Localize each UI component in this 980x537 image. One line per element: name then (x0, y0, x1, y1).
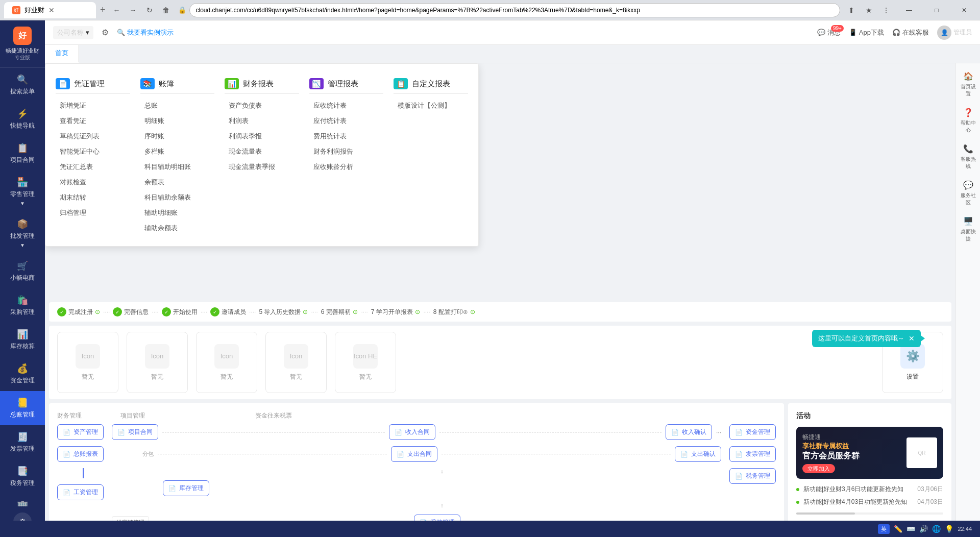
flow-node-asset-mgmt[interactable]: 📄 资产管理 (57, 424, 104, 440)
menu-item-period-close[interactable]: 期末结转 (56, 190, 130, 205)
flow-node-expense-confirm[interactable]: 📄 支出确认 (675, 446, 721, 462)
aside-help-center[interactable]: ❓ 帮助中心 (958, 104, 978, 138)
news-text-2[interactable]: 新功能|好业财4月03日功能更新抢先知 (803, 498, 913, 506)
taskbar-icon-1[interactable]: ✏️ (894, 525, 902, 533)
taskbar-lang-zh[interactable]: 英 (878, 524, 890, 534)
taskbar-icon-3[interactable]: 🔊 (919, 525, 928, 533)
taskbar-icon-2[interactable]: ⌨️ (906, 525, 915, 533)
menu-item-draft-voucher[interactable]: 草稿凭证列表 (56, 129, 130, 144)
new-tab-button[interactable]: + (100, 5, 106, 15)
address-bar[interactable] (189, 3, 840, 17)
tooltip-close-button[interactable]: ✕ (909, 334, 915, 343)
menu-item-template-design[interactable]: 模版设计【公测】 (394, 98, 468, 113)
delete-button[interactable]: 🗑 (159, 3, 173, 17)
sidebar-item-capital[interactable]: 💰 资金管理 (0, 357, 45, 391)
menu-item-cashflow[interactable]: 现金流量表 (225, 144, 299, 159)
icon-card-label-settings: 设置 (906, 373, 919, 381)
menu-item-smart-voucher[interactable]: 智能凭证中心 (56, 144, 130, 159)
taskbar-icon-4[interactable]: 🌐 (932, 525, 941, 533)
user-profile-button[interactable]: 👤 管理员 (937, 26, 972, 40)
sidebar-item-search[interactable]: 🔍 搜索菜单 (0, 68, 45, 102)
more-button[interactable]: ⋮ (879, 3, 893, 17)
icon-card-3[interactable]: Icon 暂无 (196, 332, 257, 393)
sidebar-item-ecommerce[interactable]: 🛒 小畅电商 (0, 254, 45, 288)
sidebar-item-purchase[interactable]: 🛍️ 采购管理 (0, 288, 45, 323)
aside-customer-service[interactable]: 📞 客服热线 (958, 140, 978, 174)
menu-item-profit-report[interactable]: 财务利润报告 (309, 144, 384, 159)
menu-item-aux-balance[interactable]: 辅助余额表 (140, 221, 215, 236)
app-download-button[interactable]: 📱 App下载 (849, 28, 884, 37)
news-text-1[interactable]: 新功能|好业财3月6日功能更新抢先知 (803, 485, 913, 494)
forward-button[interactable]: → (126, 3, 140, 17)
icon-card-he[interactable]: Icon HE 暂无 (335, 332, 396, 393)
menu-item-multi-column-ledger[interactable]: 多栏账 (140, 144, 215, 159)
menu-item-reconcile[interactable]: 对账检查 (56, 175, 130, 190)
flow-node-expense-contract[interactable]: 📄 支出合同 (391, 446, 437, 462)
cast-button[interactable]: ⬆ (844, 3, 859, 17)
right-panels: 活动 畅捷通 享社群专属权益 官方会员服务群 立即加入 (788, 403, 951, 537)
sidebar-item-fixed-assets[interactable]: 🏢 固定资产 (0, 494, 45, 506)
flow-node-inventory-mgmt[interactable]: 📄 库存管理 (163, 480, 209, 496)
settings-icon-button[interactable]: ⚙ (97, 26, 113, 39)
flow-node-general-ledger-report[interactable]: 📄 总账报表 (57, 446, 104, 462)
sidebar-item-wholesale[interactable]: 📦 批发管理 ▼ (0, 212, 45, 254)
sidebar-item-tax[interactable]: 📑 税务管理 (0, 459, 45, 494)
menu-item-general-ledger[interactable]: 总账 (140, 98, 215, 113)
flow-node-tax-mgmt[interactable]: 📄 税务管理 (729, 468, 776, 484)
menu-item-subject-aux-balance[interactable]: 科目辅助余额表 (140, 190, 215, 205)
icon-card-1[interactable]: Icon 暂无 (57, 332, 118, 393)
menu-item-balance-sheet-report[interactable]: 资产负债表 (225, 98, 299, 113)
aside-desktop-shortcut[interactable]: 🖥️ 桌面快捷 (958, 212, 978, 247)
star-button[interactable]: ★ (862, 3, 876, 17)
close-button[interactable]: ✕ (952, 3, 976, 18)
menu-item-view-voucher[interactable]: 查看凭证 (56, 113, 130, 129)
flow-node-salary-mgmt[interactable]: 📄 工资管理 (57, 484, 104, 500)
messages-button[interactable]: 💬 消息 99+ (817, 28, 841, 37)
aside-service-community[interactable]: 💬 服务社区 (958, 176, 978, 210)
menu-item-aux-detail[interactable]: 辅助明细账 (140, 205, 215, 221)
refresh-button[interactable]: ↻ (142, 3, 157, 17)
menu-item-cashflow-quarterly[interactable]: 现金流量表季报 (225, 159, 299, 175)
menu-item-archive[interactable]: 归档管理 (56, 205, 130, 221)
join-label[interactable]: 立即加入 (802, 464, 835, 473)
join-btn[interactable]: 立即加入 (802, 465, 860, 473)
icon-card-4[interactable]: Icon 暂无 (265, 332, 327, 393)
flow-node-capital-mgmt[interactable]: 📄 资金管理 (729, 424, 776, 440)
taskbar-icon-5[interactable]: 💡 (945, 525, 953, 533)
menu-item-voucher-summary[interactable]: 凭证汇总表 (56, 159, 130, 175)
icon-card-2[interactable]: Icon 暂无 (127, 332, 188, 393)
menu-item-ar-aging[interactable]: 应收账龄分析 (309, 159, 384, 175)
tab-close-button[interactable]: ✕ (48, 6, 55, 14)
menu-item-subject-aux-detail[interactable]: 科目辅助明细账 (140, 159, 215, 175)
sidebar-item-project-contract[interactable]: 📋 项目合同 (0, 136, 45, 170)
menu-item-ap-stats[interactable]: 应付统计表 (309, 113, 384, 129)
scroll-thumb[interactable] (796, 512, 855, 515)
menu-item-profit-statement[interactable]: 利润表 (225, 113, 299, 129)
flow-node-project-contract[interactable]: 📄 项目合同 (112, 424, 158, 440)
menu-item-profit-quarterly[interactable]: 利润表季报 (225, 129, 299, 144)
aside-home-settings[interactable]: 🏠 首页设置 (958, 67, 978, 102)
sidebar-item-retail[interactable]: 🏪 零售管理 ▼ (0, 170, 45, 212)
back-button[interactable]: ← (110, 3, 124, 17)
menu-item-new-voucher[interactable]: 新增凭证 (56, 98, 130, 113)
tab-home[interactable]: 首页 (45, 44, 79, 63)
minimize-button[interactable]: — (897, 3, 921, 18)
logo-edition: 专业版 (15, 54, 30, 61)
sidebar-item-inventory[interactable]: 📊 库存核算 (0, 323, 45, 357)
demo-search-button[interactable]: 🔍 我要看实例演示 (117, 28, 174, 37)
menu-item-expense-stats[interactable]: 费用统计表 (309, 129, 384, 144)
maximize-button[interactable]: □ (925, 3, 948, 18)
menu-item-sequence-ledger[interactable]: 序时账 (140, 129, 215, 144)
flow-node-invoice-mgmt[interactable]: 📄 发票管理 (729, 446, 776, 462)
sidebar-item-general-ledger[interactable]: 📒 总账管理 (0, 391, 45, 425)
sidebar-item-shortcut[interactable]: ⚡ 快捷导航 (0, 102, 45, 136)
menu-item-ar-stats[interactable]: 应收统计表 (309, 98, 384, 113)
company-selector[interactable]: 公司名称 ▾ (53, 26, 93, 39)
sidebar-item-invoice[interactable]: 🧾 发票管理 (0, 425, 45, 459)
flow-node-income-confirm[interactable]: 📄 收入确认 (666, 424, 712, 440)
menu-item-balance-sheet[interactable]: 余额表 (140, 175, 215, 190)
flow-node-income-contract[interactable]: 📄 收入合同 (389, 424, 435, 440)
online-service-button[interactable]: 🎧 在线客服 (892, 28, 929, 37)
browser-tab[interactable]: 好 好业财 ✕ (4, 2, 96, 18)
menu-item-detailed-ledger[interactable]: 明细账 (140, 113, 215, 129)
